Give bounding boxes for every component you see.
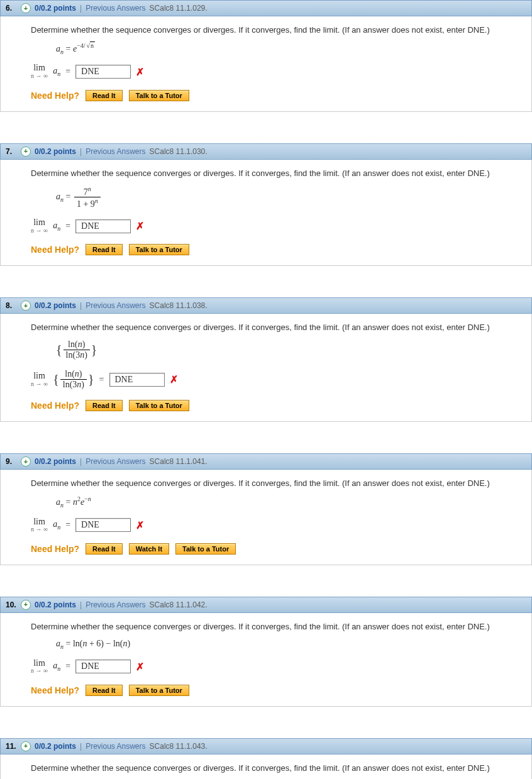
talk-tutor-button[interactable]: Talk to a Tutor	[129, 90, 189, 101]
read-it-button[interactable]: Read It	[86, 90, 123, 101]
read-it-button[interactable]: Read It	[86, 685, 123, 696]
question-number: 8.	[6, 301, 17, 310]
answer-input[interactable]: DNE	[109, 373, 165, 387]
need-help-label: Need Help?	[31, 91, 79, 101]
talk-tutor-button[interactable]: Talk to a Tutor	[129, 400, 189, 411]
separator: |	[80, 457, 82, 466]
expand-icon[interactable]: +	[21, 741, 31, 751]
talk-tutor-button[interactable]: Talk to a Tutor	[175, 543, 236, 555]
equals: =	[65, 661, 70, 671]
help-row: Need Help?Read ItTalk to a Tutor	[31, 685, 523, 696]
answer-input[interactable]: DNE	[75, 660, 131, 673]
question: 6.+0/0.2 points|Previous AnswersSCalc8 1…	[0, 0, 532, 112]
question-number: 9.	[6, 457, 17, 466]
sequence-formula: an = ln(n + 6) − ln(n)	[56, 639, 523, 650]
question-number: 7.	[6, 147, 17, 156]
read-it-button[interactable]: Read It	[86, 400, 123, 411]
incorrect-icon: ✗	[136, 66, 144, 78]
question-ref: SCalc8 11.1.038.	[150, 301, 208, 310]
equals: =	[65, 520, 70, 530]
expand-icon[interactable]: +	[21, 3, 31, 13]
limit-notation: limn → ∞	[31, 517, 48, 533]
separator: |	[80, 147, 82, 156]
read-it-button[interactable]: Read It	[86, 543, 123, 555]
answer-input[interactable]: DNE	[75, 65, 131, 79]
limit-lhs: an	[53, 661, 60, 672]
question-prompt: Determine whether the sequence converges…	[31, 622, 523, 631]
points-label: 0/0.2 points	[35, 742, 76, 751]
talk-tutor-button[interactable]: Talk to a Tutor	[129, 244, 189, 255]
limit-notation: limn → ∞	[31, 218, 48, 234]
sequence-formula: an = n2e−n	[56, 495, 523, 508]
question-ref: SCalc8 11.1.041.	[150, 457, 208, 466]
question-ref: SCalc8 11.1.030.	[150, 147, 208, 156]
question-number: 10.	[6, 600, 17, 609]
question-prompt: Determine whether the sequence converges…	[31, 323, 523, 332]
question-ref: SCalc8 11.1.043.	[150, 742, 208, 751]
answer-input[interactable]: DNE	[75, 219, 131, 233]
help-row: Need Help?Read ItTalk to a Tutor	[31, 90, 523, 101]
previous-answers-link[interactable]: Previous Answers	[86, 4, 145, 13]
watch-it-button[interactable]: Watch It	[129, 543, 169, 555]
equals: =	[99, 375, 104, 385]
question-header: 10.+0/0.2 points|Previous AnswersSCalc8 …	[0, 597, 532, 613]
points-label: 0/0.2 points	[35, 457, 76, 466]
limit-lhs: an	[53, 519, 60, 531]
question-body: Determine whether the sequence converges…	[0, 754, 532, 779]
need-help-label: Need Help?	[31, 685, 79, 695]
expand-icon[interactable]: +	[21, 146, 31, 157]
need-help-label: Need Help?	[31, 544, 79, 554]
question: 11.+0/0.2 points|Previous AnswersSCalc8 …	[0, 738, 532, 779]
talk-tutor-button[interactable]: Talk to a Tutor	[129, 685, 189, 696]
limit-row: limn → ∞{ln(n)ln(3n)}=DNE✗	[31, 369, 523, 390]
question-number: 11.	[6, 742, 17, 751]
question-header: 9.+0/0.2 points|Previous AnswersSCalc8 1…	[0, 453, 532, 470]
points-label: 0/0.2 points	[35, 147, 76, 156]
question-header: 6.+0/0.2 points|Previous AnswersSCalc8 1…	[0, 0, 532, 16]
question-body: Determine whether the sequence converges…	[0, 160, 532, 267]
question: 7.+0/0.2 points|Previous AnswersSCalc8 1…	[0, 143, 532, 267]
previous-answers-link[interactable]: Previous Answers	[86, 742, 145, 751]
limit-lhs: an	[53, 66, 60, 77]
question-number: 6.	[6, 4, 17, 13]
sequence-formula: an = 7n1 + 9n	[56, 185, 523, 209]
limit-row: limn → ∞an=DNE✗	[31, 64, 523, 79]
question-body: Determine whether the sequence converges…	[0, 613, 532, 707]
help-row: Need Help?Read ItTalk to a Tutor	[31, 244, 523, 255]
limit-notation: limn → ∞	[31, 372, 48, 387]
question: 8.+0/0.2 points|Previous AnswersSCalc8 1…	[0, 297, 532, 422]
answer-input[interactable]: DNE	[75, 518, 131, 532]
incorrect-icon: ✗	[136, 661, 144, 673]
incorrect-icon: ✗	[136, 519, 144, 531]
incorrect-icon: ✗	[170, 373, 178, 385]
separator: |	[80, 742, 82, 751]
expand-icon[interactable]: +	[21, 456, 31, 467]
previous-answers-link[interactable]: Previous Answers	[86, 600, 145, 609]
separator: |	[80, 600, 82, 609]
question-body: Determine whether the sequence converges…	[0, 470, 532, 565]
previous-answers-link[interactable]: Previous Answers	[86, 457, 145, 466]
separator: |	[80, 4, 82, 13]
help-row: Need Help?Read ItTalk to a Tutor	[31, 400, 523, 411]
limit-lhs: {ln(n)ln(3n)}	[53, 369, 94, 390]
question-prompt: Determine whether the sequence converges…	[31, 763, 523, 773]
incorrect-icon: ✗	[136, 220, 144, 232]
previous-answers-link[interactable]: Previous Answers	[86, 301, 145, 310]
question: 10.+0/0.2 points|Previous AnswersSCalc8 …	[0, 597, 532, 707]
read-it-button[interactable]: Read It	[86, 244, 123, 255]
question-prompt: Determine whether the sequence converges…	[31, 478, 523, 488]
limit-row: limn → ∞an=DNE✗	[31, 659, 523, 675]
equals: =	[65, 221, 70, 231]
expand-icon[interactable]: +	[21, 301, 31, 311]
previous-answers-link[interactable]: Previous Answers	[86, 147, 145, 156]
question-header: 7.+0/0.2 points|Previous AnswersSCalc8 1…	[0, 143, 532, 160]
limit-lhs: an	[53, 221, 60, 232]
question-ref: SCalc8 11.1.042.	[150, 600, 208, 609]
sequence-formula: {ln(n)ln(3n)}	[56, 340, 523, 360]
question-header: 11.+0/0.2 points|Previous AnswersSCalc8 …	[0, 738, 532, 754]
expand-icon[interactable]: +	[21, 600, 31, 610]
sequence-formula: an = e−4/√n	[56, 42, 523, 55]
question-header: 8.+0/0.2 points|Previous AnswersSCalc8 1…	[0, 297, 532, 314]
points-label: 0/0.2 points	[35, 301, 76, 310]
question-prompt: Determine whether the sequence converges…	[31, 25, 523, 35]
